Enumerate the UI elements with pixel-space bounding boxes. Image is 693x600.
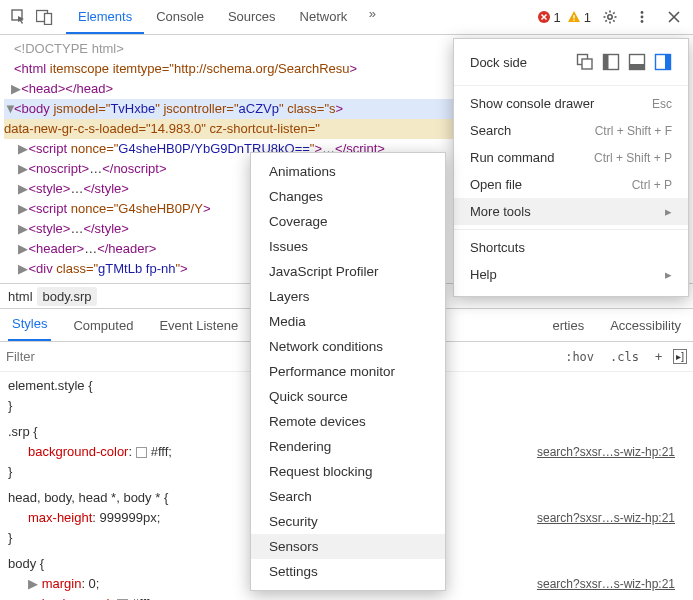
submenu-item[interactable]: Layers — [251, 284, 445, 309]
svg-rect-23 — [630, 64, 645, 70]
submenu-item[interactable]: Request blocking — [251, 459, 445, 484]
submenu-item[interactable]: Quick source — [251, 384, 445, 409]
submenu-item[interactable]: Media — [251, 309, 445, 334]
tab-sources[interactable]: Sources — [216, 1, 288, 34]
svg-rect-19 — [582, 59, 592, 69]
submenu-item[interactable]: Performance monitor — [251, 359, 445, 384]
submenu-item[interactable]: Issues — [251, 234, 445, 259]
devtools-toolbar: Elements Console Sources Network » 1 1 — [0, 0, 693, 35]
dock-right-icon[interactable] — [654, 53, 672, 71]
submenu-item[interactable]: Remote devices — [251, 409, 445, 434]
tab-console[interactable]: Console — [144, 1, 216, 34]
device-icon[interactable] — [32, 4, 58, 30]
dock-label: Dock side — [470, 55, 527, 70]
submenu-item[interactable]: Security — [251, 509, 445, 534]
cls-button[interactable]: .cls — [605, 348, 644, 366]
hov-button[interactable]: :hov — [560, 348, 599, 366]
svg-rect-25 — [665, 55, 671, 70]
close-icon[interactable] — [661, 4, 687, 30]
menu-item[interactable]: SearchCtrl + Shift + F — [454, 117, 688, 144]
dock-bottom-icon[interactable] — [628, 53, 646, 71]
svg-point-17 — [641, 20, 644, 23]
submenu-item[interactable]: Changes — [251, 184, 445, 209]
svg-rect-21 — [604, 55, 609, 70]
svg-line-13 — [613, 12, 614, 13]
add-rule-button[interactable]: + — [650, 348, 667, 366]
submenu-item[interactable]: Sensors — [251, 534, 445, 559]
menu-item[interactable]: Help▸ — [454, 261, 688, 288]
svg-point-15 — [641, 11, 644, 14]
menu-item[interactable]: Run commandCtrl + Shift + P — [454, 144, 688, 171]
svg-rect-2 — [45, 14, 52, 25]
submenu-item[interactable]: Settings — [251, 559, 445, 584]
source-link[interactable]: search?sxsr…s-wiz-hp:21 — [537, 574, 675, 594]
submenu-item[interactable]: Network conditions — [251, 334, 445, 359]
submenu-item[interactable]: JavaScript Profiler — [251, 259, 445, 284]
subtab-computed[interactable]: Computed — [69, 310, 137, 341]
svg-rect-5 — [573, 20, 574, 21]
error-badge[interactable]: 1 — [537, 10, 561, 25]
error-count: 1 — [554, 10, 561, 25]
kebab-icon[interactable] — [629, 4, 655, 30]
warn-count: 1 — [584, 10, 591, 25]
panel-tabs: Elements Console Sources Network » — [66, 1, 385, 34]
submenu-item[interactable]: Animations — [251, 159, 445, 184]
tab-network[interactable]: Network — [288, 1, 360, 34]
svg-rect-4 — [573, 15, 574, 19]
dock-undock-icon[interactable] — [576, 53, 594, 71]
menu-item[interactable]: Shortcuts — [454, 234, 688, 261]
main-menu: Dock side Show console drawerEscSearchCt… — [453, 38, 689, 297]
svg-point-16 — [641, 16, 644, 19]
menu-item[interactable]: More tools▸ — [454, 198, 688, 225]
source-link[interactable]: search?sxsr…s-wiz-hp:21 — [537, 508, 675, 528]
toggle-panel-icon[interactable]: ▸] — [673, 349, 687, 364]
menu-item[interactable]: Open fileCtrl + P — [454, 171, 688, 198]
menu-item[interactable]: Show console drawerEsc — [454, 90, 688, 117]
tab-elements[interactable]: Elements — [66, 1, 144, 34]
svg-point-6 — [608, 15, 612, 19]
subtab-accessibility[interactable]: Accessibility — [606, 310, 685, 341]
crumb-body[interactable]: body.srp — [37, 287, 98, 306]
svg-line-12 — [613, 20, 614, 21]
source-link[interactable]: search?sxsr…s-wiz-hp:21 — [537, 442, 675, 462]
submenu-item[interactable]: Rendering — [251, 434, 445, 459]
more-tabs-icon[interactable]: » — [359, 1, 385, 27]
svg-line-14 — [605, 20, 606, 21]
submenu-item[interactable]: Coverage — [251, 209, 445, 234]
svg-line-11 — [605, 12, 606, 13]
crumb-html[interactable]: html — [8, 289, 33, 304]
dock-left-icon[interactable] — [602, 53, 620, 71]
warn-badge[interactable]: 1 — [567, 10, 591, 25]
inspect-icon[interactable] — [6, 4, 32, 30]
gear-icon[interactable] — [597, 4, 623, 30]
more-tools-submenu: AnimationsChangesCoverageIssuesJavaScrip… — [250, 152, 446, 591]
subtab-properties[interactable]: erties — [548, 310, 588, 341]
submenu-item[interactable]: Search — [251, 484, 445, 509]
subtab-styles[interactable]: Styles — [8, 308, 51, 341]
subtab-listeners[interactable]: Event Listene — [155, 310, 242, 341]
